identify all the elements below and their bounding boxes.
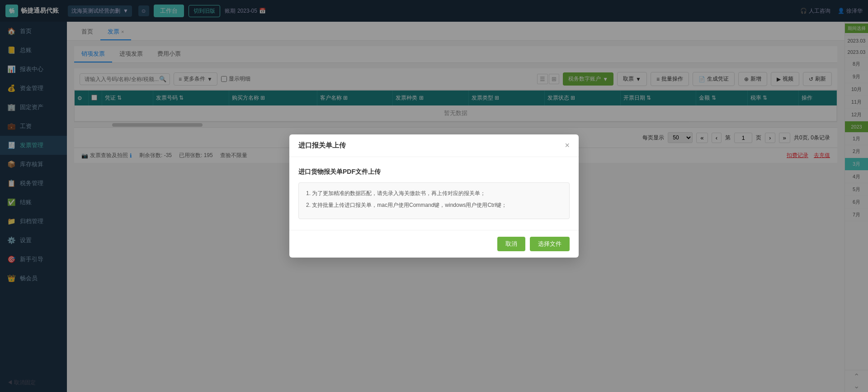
modal-footer: 取消 选择文件 [289,230,579,258]
upload-info-box: 1. 为了更加精准的数据匹配，请先录入海关缴款书，再上传对应的报关单； 2. 支… [298,182,570,219]
cancel-button[interactable]: 取消 [497,237,525,251]
modal-body: 进口货物报关单PDF文件上传 1. 为了更加精准的数据匹配，请先录入海关缴款书，… [289,157,579,229]
select-file-button[interactable]: 选择文件 [530,237,570,251]
modal-overlay[interactable]: 进口报关单上传 × 进口货物报关单PDF文件上传 1. 为了更加精准的数据匹配，… [0,0,868,392]
modal-dialog: 进口报关单上传 × 进口货物报关单PDF文件上传 1. 为了更加精准的数据匹配，… [289,134,579,257]
upload-info-line-2: 2. 支持批量上传进口报关单，mac用户使用Command键，windows用户… [306,201,562,210]
modal-title: 进口报关单上传 [298,141,346,150]
modal-close-button[interactable]: × [565,141,570,150]
upload-title: 进口货物报关单PDF文件上传 [298,168,570,176]
modal-header: 进口报关单上传 × [289,134,579,157]
upload-info-line-1: 1. 为了更加精准的数据匹配，请先录入海关缴款书，再上传对应的报关单； [306,189,562,198]
